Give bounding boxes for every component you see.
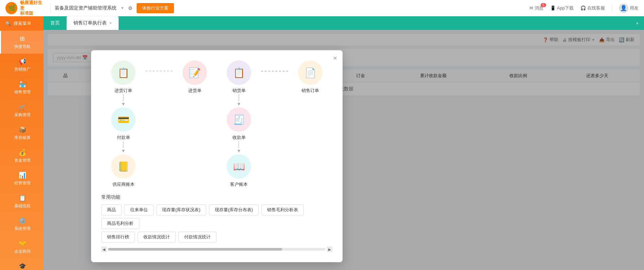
user-menu[interactable]: 👤 用友 <box>619 3 639 13</box>
sidebar-item-system[interactable]: ⚙️ 系统管理 <box>0 213 43 236</box>
tab-home[interactable]: 首页 <box>43 16 67 30</box>
modal-scrollbar[interactable]: ◀ ▶ <box>101 247 332 252</box>
sidebar-item-marketing[interactable]: 📢 营销推广 <box>0 54 43 76</box>
flow-node-payment[interactable]: 💳 付款单 <box>101 107 145 141</box>
sidebar-item-basic[interactable]: 📋 基础信息 <box>0 190 43 213</box>
customer-icon: 📖 <box>227 154 251 179</box>
sales-order-label: 销售订单 <box>301 88 319 94</box>
sidebar-item-inventory[interactable]: 📦 库存核算 <box>0 122 43 145</box>
flow-node-customer[interactable]: 📖 客户账本 <box>217 154 261 187</box>
content-area: 首页 销售订单执行表 × × ❓ 帮助 🖨 <box>43 16 644 270</box>
func-btn-counterpart[interactable]: 往来单位 <box>124 204 154 215</box>
user-name: 用友 <box>630 5 639 11</box>
sidebar-item-finance[interactable]: 💰 资金管理 <box>0 145 43 167</box>
page-content: ❓ 帮助 🖨 按模板打印 ▼ 📤 导出 🔄 刷新 <box>43 30 644 270</box>
payment-label: 付款单 <box>117 134 130 141</box>
purchase-order-icon: 📋 <box>111 60 136 85</box>
sidebar-item-sales[interactable]: 🏪 销售管理 <box>0 76 43 99</box>
func-btn-sales-gross[interactable]: 销售毛利分析表 <box>261 204 304 215</box>
finance-icon: 💰 <box>19 149 26 156</box>
func-btn-product-gross[interactable]: 商品毛利分析 <box>101 218 139 229</box>
func-btn-sales-rank[interactable]: 销售排行榜 <box>101 232 135 242</box>
system-icon: ⚙️ <box>19 217 26 224</box>
purchase-bill-label: 进货单 <box>188 88 202 94</box>
trial-button[interactable]: 体验行业方案 <box>137 3 174 13</box>
sidebar-item-operation[interactable]: 📊 经营管理 <box>0 167 43 190</box>
logo-icon: 🌿 <box>5 2 17 14</box>
message-icon: ✉ <box>529 5 533 11</box>
guide-icon: 🎓 <box>19 263 26 270</box>
quick-nav-icon: ⊞ <box>20 35 25 42</box>
func-btn-receipt-stat[interactable]: 收款情况统计 <box>138 232 176 242</box>
function-buttons-row2: 销售排行榜 收款情况统计 付款情况统计 <box>101 232 332 242</box>
enterprise-icon: 🤝 <box>19 240 26 247</box>
sidebar-item-enterprise[interactable]: 🤝 企业协同 <box>0 236 43 258</box>
func-btn-stock-status[interactable]: 现存量(库存状况表) <box>156 204 206 215</box>
tab-close-icon[interactable]: × <box>109 21 112 25</box>
avatar: 👤 <box>619 3 628 13</box>
sales-bill-label: 销货单 <box>232 88 246 94</box>
sidebar-item-quick-nav[interactable]: ⊞ 快捷导航 <box>0 31 43 54</box>
search-menu-button[interactable]: 🔍 搜索菜单 <box>0 16 43 31</box>
common-functions-section: 常用功能 商品 往来单位 现存量(库存状况表) 现存量(库存分布表) 销售毛利分… <box>101 194 332 242</box>
basic-icon: 📋 <box>19 194 26 202</box>
flow-node-sales-order[interactable]: 📄 销售订单 <box>288 60 332 94</box>
modal-close-button[interactable]: × <box>333 54 337 62</box>
payment-icon: 💳 <box>111 107 136 132</box>
sidebar: 🔍 搜索菜单 ⊞ 快捷导航 📢 营销推广 🏪 销售管理 🛒 采购管理 📦 <box>0 16 43 270</box>
operation-icon: 📊 <box>19 172 26 179</box>
func-btn-product[interactable]: 商品 <box>101 204 122 215</box>
customer-label: 客户账本 <box>230 181 248 187</box>
receipt-icon: 🧾 <box>227 107 251 132</box>
message-badge: 5 <box>541 3 546 7</box>
marketing-icon: 📢 <box>19 58 26 65</box>
scroll-right-btn[interactable]: ▶ <box>327 247 332 252</box>
flow-node-purchase-order[interactable]: 📋 进货订单 <box>101 60 145 94</box>
function-buttons-row1: 商品 往来单位 现存量(库存状况表) 现存量(库存分布表) 销售毛利分析表 商品… <box>101 204 332 229</box>
down-arrow-2: ▼ <box>237 101 241 107</box>
scroll-track[interactable] <box>108 248 326 251</box>
system-title-dropdown[interactable]: ▼ <box>121 6 124 10</box>
scroll-thumb <box>108 248 282 251</box>
receipt-label: 收款单 <box>232 134 246 141</box>
system-title: 装备及固定资产辅助管理系统 <box>55 5 117 11</box>
flow-node-purchase-bill[interactable]: 📝 进货单 <box>173 60 217 94</box>
func-btn-payment-stat[interactable]: 付款情况统计 <box>178 232 216 242</box>
sidebar-item-purchase[interactable]: 🛒 采购管理 <box>0 99 43 122</box>
online-service-button[interactable]: 🎧 在线客服 <box>580 5 605 11</box>
h-arrow-2 <box>261 71 288 71</box>
logo: 🌿 畅康通好生意 标准版 <box>5 0 46 16</box>
logo-text: 畅康通好生意 标准版 <box>20 0 46 16</box>
common-functions-title: 常用功能 <box>101 194 332 200</box>
app-download-button[interactable]: 📱 App下载 <box>550 5 574 11</box>
tab-sales-exec[interactable]: 销售订单执行表 × <box>67 16 119 30</box>
quick-nav-modal: × 📋 进货订单 <box>91 50 343 262</box>
supplier-icon: 📒 <box>111 154 136 179</box>
sidebar-item-guide[interactable]: 🎓 新手引导 <box>0 258 43 270</box>
top-right-actions: ✉ 消息 5 📱 App下载 🎧 在线客服 👤 用友 <box>529 3 639 13</box>
inventory-icon: 📦 <box>19 126 26 133</box>
settings-icon[interactable]: ⚙ <box>128 5 133 11</box>
sales-icon: 🏪 <box>19 80 26 88</box>
flow-node-receipt[interactable]: 🧾 收款单 <box>217 107 261 141</box>
flow-node-supplier[interactable]: 📒 供应商账本 <box>101 154 145 187</box>
flow-node-sales-bill[interactable]: 📋 销货单 <box>217 60 261 94</box>
close-all-button[interactable]: × <box>630 21 644 26</box>
message-button[interactable]: ✉ 消息 5 <box>529 5 543 11</box>
supplier-label: 供应商账本 <box>112 181 135 187</box>
down-arrow-1: ▼ <box>121 101 126 107</box>
modal-overlay[interactable]: × 📋 进货订单 <box>43 30 644 270</box>
func-btn-stock-dist[interactable]: 现存量(库存分布表) <box>209 204 259 215</box>
down-arrow-4: ▼ <box>237 148 241 154</box>
search-icon: 🔍 <box>5 21 11 26</box>
headset-icon: 🎧 <box>580 5 586 11</box>
tab-bar: 首页 销售订单执行表 × × <box>43 16 644 30</box>
scroll-left-btn[interactable]: ◀ <box>101 247 107 252</box>
h-arrow-1 <box>145 71 173 71</box>
down-arrow-3: ▼ <box>121 148 126 154</box>
purchase-order-label: 进货订单 <box>115 88 132 94</box>
purchase-icon: 🛒 <box>19 103 26 111</box>
sales-bill-icon: 📋 <box>227 60 251 85</box>
download-icon: 📱 <box>550 5 556 11</box>
sales-order-icon: 📄 <box>298 60 323 85</box>
